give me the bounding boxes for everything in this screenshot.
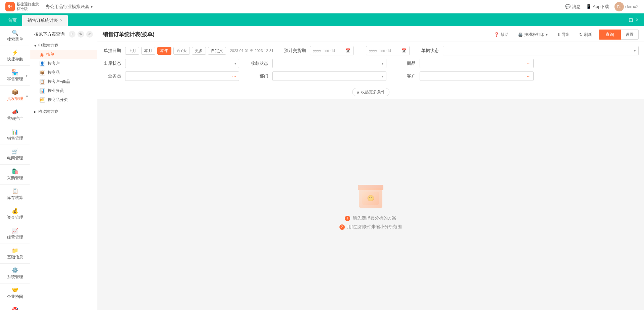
- sidebar-item-finance[interactable]: 💰 资金管理: [0, 204, 30, 224]
- ecommerce-icon: 🛒: [12, 148, 18, 155]
- customer-more-icon[interactable]: ···: [527, 73, 531, 79]
- content-area: 按以下方案查询 + ✎ « ▾ 电脑端方案 ◉ 按单 👤 按客户: [30, 26, 644, 310]
- date-btn-7days[interactable]: 近7天: [173, 47, 190, 55]
- close-window-icon[interactable]: ×: [636, 17, 639, 23]
- delivery-status-label: 出库状态: [103, 60, 121, 66]
- sidebar-item-retail[interactable]: 🏪 零售管理 ▸: [0, 66, 30, 86]
- breadcrumb: 办公用品行业模拟账套 ▾: [46, 4, 93, 10]
- template-print-button[interactable]: 🖨️ 按模板打印 ▾: [515, 31, 550, 39]
- payment-status-select[interactable]: ▾: [272, 59, 386, 68]
- schema-item-by-customer-product[interactable]: 📋 按客户+商品: [30, 77, 97, 86]
- settings-button[interactable]: 设置: [621, 30, 639, 40]
- by-category-icon: 📂: [40, 97, 45, 103]
- department-select[interactable]: ▾: [272, 71, 386, 81]
- filter-row-1: 单据日期 上月 本月 本年 近7天 更多 自定义 2023-01-01 至 20…: [103, 46, 639, 55]
- sidebar-item-quick-nav[interactable]: ⚡ 快捷导航: [0, 46, 30, 66]
- purchase-icon: 🛍️: [12, 168, 18, 174]
- salesperson-input[interactable]: ···: [125, 71, 239, 81]
- collapse-button[interactable]: ∧ 收起更多条件: [352, 88, 389, 96]
- collapse-icon: ∧: [357, 90, 360, 95]
- chevron-up-icon: ▴: [26, 94, 28, 97]
- breadcrumb-dropdown-icon[interactable]: ▾: [91, 4, 93, 9]
- sidebar-item-search[interactable]: 🔍 搜索菜单: [0, 26, 30, 46]
- sidebar-item-cooperation[interactable]: 🤝 企业协同: [0, 283, 30, 303]
- schema-item-by-product[interactable]: 📦 按商品: [30, 68, 97, 77]
- page-header: 销售订单统计表(按单) ❓ 帮助 🖨️ 按模板打印 ▾ ⬇ 导出: [97, 26, 644, 42]
- date-btn-more[interactable]: 更多: [192, 47, 206, 55]
- sidebar-item-purchase[interactable]: 🛍️ 采购管理: [0, 165, 30, 185]
- left-panel-header-actions: + ✎ «: [69, 31, 93, 38]
- restore-window-icon[interactable]: ⊡: [629, 17, 633, 23]
- help-icon: ❓: [494, 32, 499, 37]
- date-btn-this-month[interactable]: 本月: [141, 47, 155, 55]
- schema-item-by-customer[interactable]: 👤 按客户: [30, 59, 97, 68]
- empty-box-face: 😶: [367, 195, 374, 202]
- pc-schema-group[interactable]: ▾ 电脑端方案: [30, 41, 97, 50]
- sidebar-item-system[interactable]: ⚙️ 系统管理: [0, 264, 30, 283]
- message-button[interactable]: 💬 消息: [565, 4, 581, 10]
- expected-delivery-start[interactable]: yyyy-mm-dd 📅: [310, 46, 354, 55]
- order-status-label: 单据状态: [420, 48, 439, 54]
- refresh-button[interactable]: ↻ 刷新: [577, 31, 595, 39]
- date-btn-this-year[interactable]: 本年: [157, 47, 171, 55]
- add-schema-button[interactable]: +: [69, 31, 75, 38]
- product-more-icon[interactable]: ···: [527, 61, 531, 66]
- order-status-dropdown-icon: ▾: [634, 49, 636, 53]
- export-button[interactable]: ⬇ 导出: [554, 31, 573, 39]
- sidebar-item-ecommerce[interactable]: 🛒 电商管理: [0, 145, 30, 165]
- department-label: 部门: [250, 73, 268, 79]
- collapse-panel-button[interactable]: «: [86, 31, 93, 38]
- order-status-select[interactable]: ▾: [443, 46, 639, 55]
- logo-icon: 好: [5, 2, 15, 11]
- sidebar-item-sales[interactable]: 📊 销售管理: [0, 125, 30, 145]
- finance-icon: 💰: [12, 208, 18, 214]
- query-button[interactable]: 查询: [599, 30, 621, 40]
- quick-nav-icon: ⚡: [12, 49, 18, 56]
- help-button[interactable]: ❓ 帮助: [491, 31, 511, 39]
- expected-delivery-end[interactable]: yyyy-mm-dd 📅: [366, 46, 410, 55]
- date-label: 单据日期: [103, 48, 121, 54]
- chevron-right-icon-mobile: ▸: [34, 109, 36, 114]
- date-btn-last-month[interactable]: 上月: [125, 47, 139, 55]
- empty-illustration: 😶: [354, 178, 387, 208]
- calendar-icon-2: 📅: [401, 48, 407, 53]
- filter-bar: 单据日期 上月 本月 本年 近7天 更多 自定义 2023-01-01 至 20…: [97, 42, 644, 85]
- sidebar-item-operation[interactable]: 📈 经营管理: [0, 224, 30, 244]
- customer-input[interactable]: ···: [420, 71, 534, 81]
- schema-item-by-salesperson[interactable]: 📊 按业务员: [30, 86, 97, 95]
- app-download-button[interactable]: 📱 App下载: [586, 4, 609, 10]
- sidebar-item-marketing[interactable]: 📣 营销推广: [0, 105, 30, 125]
- tab-close-icon[interactable]: ×: [60, 18, 62, 23]
- schema-item-by-category[interactable]: 📂 按商品分类: [30, 95, 97, 104]
- edit-schema-button[interactable]: ✎: [77, 31, 84, 38]
- calendar-icon-1: 📅: [345, 48, 351, 53]
- payment-status-label: 收款状态: [250, 60, 268, 66]
- by-product-icon: 📦: [40, 70, 45, 75]
- right-main: 销售订单统计表(按单) ❓ 帮助 🖨️ 按模板打印 ▾ ⬇ 导出: [97, 26, 644, 310]
- operation-icon: 📈: [12, 227, 18, 234]
- schema-item-by-order[interactable]: ◉ 按单: [30, 50, 97, 59]
- sidebar-item-newbie[interactable]: 🎯 新手引导: [0, 303, 30, 310]
- top-bar-right: 💬 消息 📱 App下载 Ea demo2: [565, 2, 639, 11]
- sidebar-item-wholesale[interactable]: 📦 批发管理 ▴: [0, 86, 30, 105]
- sidebar-item-basic[interactable]: 📁 基础信息: [0, 244, 30, 264]
- date-separator: —: [358, 48, 362, 53]
- tab-sales-order[interactable]: 销售订单统计表 ×: [22, 15, 68, 26]
- expected-delivery-label: 预计交货期: [284, 48, 306, 54]
- delivery-status-select[interactable]: ▾: [125, 59, 239, 68]
- sales-icon: 📊: [12, 128, 18, 135]
- customer-label: 客户: [397, 73, 416, 79]
- product-input[interactable]: ···: [420, 59, 534, 68]
- mobile-schema-header[interactable]: ▸ 移动端方案: [30, 107, 97, 116]
- tab-home[interactable]: 首页: [3, 15, 22, 26]
- date-btn-custom[interactable]: 自定义: [208, 47, 226, 55]
- page-actions: ❓ 帮助 🖨️ 按模板打印 ▾ ⬇ 导出 ↻ 刷新: [491, 30, 639, 40]
- user-menu[interactable]: Ea demo2: [614, 2, 639, 11]
- marketing-icon: 📣: [12, 109, 18, 115]
- by-customer-icon: 👤: [40, 61, 45, 66]
- export-icon: ⬇: [557, 32, 560, 37]
- sidebar-item-inventory[interactable]: 📋 库存核算: [0, 185, 30, 204]
- salesperson-more-icon[interactable]: ···: [232, 73, 236, 79]
- inventory-icon: 📋: [12, 188, 18, 194]
- left-panel-header: 按以下方案查询 + ✎ «: [30, 29, 97, 40]
